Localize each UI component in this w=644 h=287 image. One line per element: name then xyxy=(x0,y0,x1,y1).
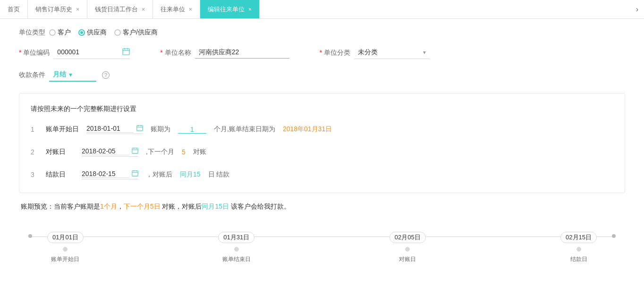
timeline-points: 01月01日 账单开始日 01月31日 账单结束日 02月05日 对账日 02月… xyxy=(28,232,616,263)
tab-bar: 首页 销售订单历史 × 钱货日清工作台 × 往来单位 × 编辑往来单位 × › xyxy=(0,0,644,19)
timeline-badge-2: 01月31日 xyxy=(218,232,254,243)
tab-close-icon[interactable]: × xyxy=(76,6,79,13)
unit-code-icon[interactable] xyxy=(122,48,130,57)
timeline-badge-3: 02月05日 xyxy=(390,232,426,243)
payment-terms-value: 月结 xyxy=(53,70,66,79)
radio-customer[interactable]: 客户 xyxy=(49,28,71,37)
unit-name-label: 单位名称 xyxy=(160,49,191,57)
preview-months: 1个月 xyxy=(100,203,117,210)
payment-terms-select[interactable]: 月结 ▾ xyxy=(49,68,96,82)
tab-close-icon[interactable]: × xyxy=(248,6,252,13)
radio-label-both: 客户/供应商 xyxy=(123,28,158,37)
period-title: 请按照未来的一个完整帐期进行设置 xyxy=(31,105,613,113)
dropdown-arrow-icon: ▾ xyxy=(423,49,426,56)
tab-daily-work[interactable]: 钱货日清工作台 × xyxy=(87,0,153,18)
timeline-label-3: 对账日 xyxy=(399,255,416,263)
unit-info-row: 单位编码 单位名称 单位分类 未分类 ▾ xyxy=(19,46,625,59)
start-date-input-wrapper xyxy=(86,125,143,134)
timeline-point-1: 01月01日 账单开始日 xyxy=(47,232,84,263)
period-row3-day: 同月15 xyxy=(180,170,201,179)
preview-reconcile-day: 下一个月5日 xyxy=(124,203,161,210)
payment-dropdown-arrow-icon: ▾ xyxy=(69,71,72,78)
payment-date-input[interactable] xyxy=(82,170,129,178)
period-label-1: 账单开始日 xyxy=(46,125,79,134)
reconcile-date-input-wrapper xyxy=(82,147,138,157)
timeline-dot-4 xyxy=(576,247,581,252)
period-num-1: 1 xyxy=(31,126,38,133)
reconcile-date-input[interactable] xyxy=(82,147,129,155)
timeline-dot-3 xyxy=(405,247,410,252)
svg-rect-8 xyxy=(132,148,138,153)
help-icon[interactable]: ? xyxy=(102,71,110,79)
tab-edit-contact[interactable]: 编辑往来单位 × xyxy=(200,0,260,18)
unit-category-select[interactable]: 未分类 ▾ xyxy=(354,46,430,59)
unit-type-label: 单位类型 xyxy=(19,28,45,37)
preview-prefix: 账期预览：当前客户账期是 xyxy=(21,203,100,210)
timeline-label-2: 账单结束日 xyxy=(222,255,251,263)
preview-mid1: ， xyxy=(117,203,124,210)
unit-code-input[interactable] xyxy=(53,46,119,58)
radio-circle-customer xyxy=(49,29,56,36)
timeline-badge-1: 01月01日 xyxy=(47,232,84,243)
unit-category-group: 单位分类 未分类 ▾ xyxy=(320,46,430,59)
payment-terms-row: 收款条件 月结 ▾ ? xyxy=(19,68,625,82)
period-row3-suffix: 日 结款 xyxy=(208,170,230,179)
timeline-point-4: 02月15日 结款日 xyxy=(560,232,597,263)
tab-home[interactable]: 首页 xyxy=(0,0,28,18)
account-preview-text: 账期预览：当前客户账期是1个月，下一个月5日 对账，对账后同月15日 该客户会给… xyxy=(19,203,625,211)
period-num-2: 2 xyxy=(31,148,38,156)
main-content: 单位类型 客户 供应商 客户/供应商 单位编码 xyxy=(0,19,644,287)
start-date-input[interactable] xyxy=(86,125,134,133)
period-row2-prefix: ,下一个月 xyxy=(146,148,174,156)
timeline-label-4: 结款日 xyxy=(570,255,587,263)
reconcile-date-calendar-icon[interactable] xyxy=(132,147,138,155)
radio-circle-supplier xyxy=(78,29,85,36)
period-row-3: 3 结款日 ，对账后同月15日 结款 xyxy=(31,170,613,179)
period-row-1: 1 账单开始日 账期为 个月,账单结束日期为 2018年01月31日 xyxy=(31,125,613,134)
period-label-3: 结款日 xyxy=(46,170,74,179)
radio-label-supplier: 供应商 xyxy=(87,28,107,37)
period-row2-day: 5 xyxy=(182,148,186,156)
unit-type-group: 单位类型 客户 供应商 客户/供应商 xyxy=(19,28,158,37)
payment-terms-group: 收款条件 月结 ▾ ? xyxy=(19,68,110,82)
period-end-date: 2018年01月31日 xyxy=(283,125,332,134)
radio-supplier[interactable]: 供应商 xyxy=(78,28,107,37)
timeline-badge-4: 02月15日 xyxy=(560,232,597,243)
timeline-container: 01月01日 账单开始日 01月31日 账单结束日 02月05日 对账日 02月… xyxy=(28,222,616,282)
unit-code-group: 单位编码 xyxy=(19,46,130,59)
payment-date-calendar-icon[interactable] xyxy=(132,170,138,178)
unit-name-input[interactable] xyxy=(195,47,289,59)
period-settings-box: 请按照未来的一个完整帐期进行设置 1 账单开始日 账期为 个月,账单结束日期为 xyxy=(19,93,625,193)
timeline-point-3: 02月05日 对账日 xyxy=(390,232,426,263)
timeline-dot-1 xyxy=(63,247,68,252)
period-row3-prefix: ，对账后 xyxy=(146,170,172,179)
unit-code-input-wrapper xyxy=(53,46,130,59)
radio-group-unit-type: 客户 供应商 客户/供应商 xyxy=(49,28,158,37)
preview-suffix: 该客户会给我打款。 xyxy=(229,203,290,210)
period-row1-mid: 账期为 xyxy=(151,125,170,134)
period-num-3: 3 xyxy=(31,171,38,178)
period-months-input[interactable] xyxy=(178,126,206,134)
svg-rect-4 xyxy=(137,126,143,131)
unit-type-row: 单位类型 客户 供应商 客户/供应商 xyxy=(19,28,625,37)
period-label-2: 对账日 xyxy=(46,148,74,156)
tab-close-icon[interactable]: × xyxy=(189,6,192,13)
preview-payment-day: 同月15日 xyxy=(202,203,229,210)
tab-contacts[interactable]: 往来单位 × xyxy=(153,0,200,18)
radio-circle-both xyxy=(114,29,121,36)
unit-category-label: 单位分类 xyxy=(320,49,350,57)
payment-date-input-wrapper xyxy=(82,170,138,179)
radio-both[interactable]: 客户/供应商 xyxy=(114,28,158,37)
start-date-calendar-icon[interactable] xyxy=(136,125,143,133)
period-row1-suffix: 个月,账单结束日期为 xyxy=(214,125,275,134)
period-row-2: 2 对账日 ,下一个月5 对账 xyxy=(31,147,613,157)
period-row2-suffix: 对账 xyxy=(193,148,206,156)
timeline-point-2: 01月31日 账单结束日 xyxy=(218,232,254,263)
unit-code-label: 单位编码 xyxy=(19,49,50,57)
tab-close-icon[interactable]: × xyxy=(142,6,145,13)
tab-more-button[interactable]: › xyxy=(630,5,644,14)
tab-sales-history[interactable]: 销售订单历史 × xyxy=(28,0,87,18)
radio-label-customer: 客户 xyxy=(58,28,71,37)
preview-mid2: 对账，对账后 xyxy=(161,203,202,210)
svg-rect-0 xyxy=(123,49,129,55)
